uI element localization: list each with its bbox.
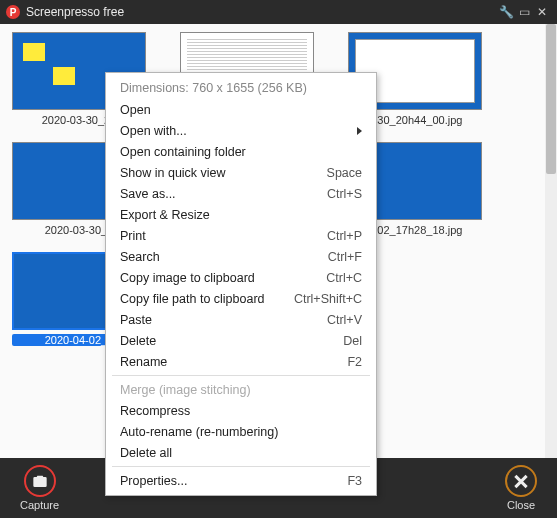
context-menu-item-label: Delete — [120, 334, 335, 348]
context-menu-item-shortcut: Ctrl+F — [320, 250, 362, 264]
context-menu-item[interactable]: Open — [106, 99, 376, 120]
context-menu-item-label: Properties... — [120, 474, 339, 488]
context-menu-item-shortcut: Ctrl+S — [319, 187, 362, 201]
camera-icon — [24, 465, 56, 497]
context-menu-item-label: Open containing folder — [120, 145, 362, 159]
context-menu-item-shortcut: Ctrl+P — [319, 229, 362, 243]
context-menu-item-label: Copy file path to clipboard — [120, 292, 286, 306]
close-button[interactable]: Close — [505, 465, 537, 511]
context-menu-item-shortcut: F3 — [339, 474, 362, 488]
context-menu-item[interactable]: PrintCtrl+P — [106, 225, 376, 246]
chevron-right-icon — [357, 127, 362, 135]
context-menu-item-label: Open — [120, 103, 362, 117]
capture-label: Capture — [20, 499, 59, 511]
context-menu-item[interactable]: Show in quick viewSpace — [106, 162, 376, 183]
context-menu-item-label: Merge (image stitching) — [120, 383, 362, 397]
context-menu-item[interactable]: Save as...Ctrl+S — [106, 183, 376, 204]
close-window-icon[interactable]: ✕ — [533, 5, 551, 19]
context-menu-item[interactable]: Export & Resize — [106, 204, 376, 225]
titlebar: P Screenpresso free 🔧 ▭ ✕ — [0, 0, 557, 24]
context-menu-item-label: Auto-rename (re-numbering) — [120, 425, 362, 439]
context-menu-item[interactable]: Recompress — [106, 400, 376, 421]
context-menu-item-shortcut: Ctrl+Shift+C — [286, 292, 362, 306]
context-menu-item[interactable]: Delete all — [106, 442, 376, 463]
close-icon — [505, 465, 537, 497]
context-menu-item-label: Delete all — [120, 446, 362, 460]
context-menu-item-shortcut: Ctrl+C — [318, 271, 362, 285]
context-menu: Dimensions: 760 x 1655 (256 KB) OpenOpen… — [105, 72, 377, 496]
context-menu-item-label: Rename — [120, 355, 339, 369]
context-menu-item[interactable]: SearchCtrl+F — [106, 246, 376, 267]
scrollbar-thumb[interactable] — [546, 24, 556, 174]
context-menu-item[interactable]: Open with... — [106, 120, 376, 141]
context-menu-header: Dimensions: 760 x 1655 (256 KB) — [106, 77, 376, 99]
context-menu-item-label: Show in quick view — [120, 166, 319, 180]
app-title: Screenpresso free — [26, 5, 497, 19]
context-menu-item[interactable]: Copy file path to clipboardCtrl+Shift+C — [106, 288, 376, 309]
close-label: Close — [507, 499, 535, 511]
context-menu-item[interactable]: RenameF2 — [106, 351, 376, 372]
context-menu-item-shortcut: Ctrl+V — [319, 313, 362, 327]
context-menu-item[interactable]: Auto-rename (re-numbering) — [106, 421, 376, 442]
settings-icon[interactable]: 🔧 — [497, 5, 515, 19]
context-menu-item-label: Paste — [120, 313, 319, 327]
context-menu-item-label: Export & Resize — [120, 208, 362, 222]
context-menu-item-shortcut: F2 — [339, 355, 362, 369]
context-menu-item-label: Print — [120, 229, 319, 243]
vertical-scrollbar[interactable] — [545, 24, 557, 458]
context-menu-item[interactable]: PasteCtrl+V — [106, 309, 376, 330]
context-menu-separator — [112, 375, 370, 376]
app-logo-icon: P — [6, 5, 20, 19]
context-menu-separator — [112, 466, 370, 467]
context-menu-item-shortcut: Del — [335, 334, 362, 348]
context-menu-item[interactable]: Properties...F3 — [106, 470, 376, 491]
context-menu-item[interactable]: Copy image to clipboardCtrl+C — [106, 267, 376, 288]
capture-button[interactable]: Capture — [20, 465, 59, 511]
maximize-icon[interactable]: ▭ — [515, 5, 533, 19]
context-menu-item: Merge (image stitching) — [106, 379, 376, 400]
context-menu-item-label: Copy image to clipboard — [120, 271, 318, 285]
context-menu-item-label: Recompress — [120, 404, 362, 418]
context-menu-item-label: Search — [120, 250, 320, 264]
context-menu-item[interactable]: Open containing folder — [106, 141, 376, 162]
context-menu-item-label: Open with... — [120, 124, 357, 138]
context-menu-item-shortcut: Space — [319, 166, 362, 180]
context-menu-item[interactable]: DeleteDel — [106, 330, 376, 351]
context-menu-item-label: Save as... — [120, 187, 319, 201]
